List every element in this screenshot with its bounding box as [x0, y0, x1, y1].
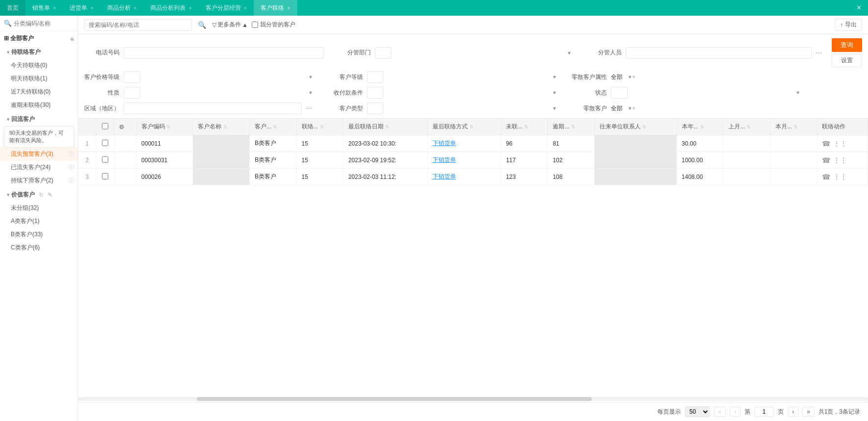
- more-action-icon[interactable]: ⋮⋮: [833, 173, 847, 181]
- sidebar-collapse-icon[interactable]: «: [70, 35, 74, 43]
- region-more-icon[interactable]: ···: [302, 104, 316, 113]
- col-checkbox[interactable]: [96, 119, 114, 135]
- price-level-select[interactable]: [123, 71, 140, 83]
- row-last-month: [723, 135, 771, 152]
- close-all-tabs-button[interactable]: ×: [850, 3, 868, 12]
- tab-product-analysis-list[interactable]: 商品分析列表 ×: [144, 0, 198, 16]
- row-last-contact-way[interactable]: 下销货单: [427, 135, 501, 152]
- scroll-thumb[interactable]: [197, 397, 592, 401]
- more-conditions-button[interactable]: ▽ 更多条件 ▲: [212, 21, 248, 29]
- contact-way-link[interactable]: 下销货单: [433, 140, 456, 147]
- col-last-contact-way[interactable]: 最后联络方式 ⇅: [427, 119, 501, 135]
- row-checkbox[interactable]: [102, 140, 108, 146]
- current-page-input[interactable]: [754, 407, 774, 417]
- col-customer-name[interactable]: 客户名称 ⇅: [193, 119, 250, 135]
- col-this-month[interactable]: 本月... ⇅: [770, 119, 817, 135]
- status-select[interactable]: [611, 87, 627, 99]
- main-search-input[interactable]: [84, 19, 192, 31]
- row-checkbox[interactable]: [102, 173, 108, 179]
- tab-product-analysis-label: 商品分析: [107, 0, 131, 16]
- sidebar-item-class-c[interactable]: C类客户(6): [0, 241, 78, 254]
- tab-home[interactable]: 首页: [0, 0, 25, 16]
- col-customer-code[interactable]: 客户编码 ⇅: [136, 119, 193, 135]
- close-customer-contact-icon[interactable]: ×: [287, 0, 290, 16]
- tab-sales[interactable]: 销售单 ×: [25, 0, 63, 16]
- sidebar-item-today-pending[interactable]: 今天待联络(0): [0, 59, 78, 72]
- row-checkbox-cell[interactable]: [96, 135, 114, 152]
- region-input[interactable]: [123, 102, 302, 114]
- manager-more-icon[interactable]: ···: [812, 49, 826, 57]
- col-uncontacted[interactable]: 未联... ⇅: [501, 119, 548, 135]
- col-unit-contact[interactable]: 往来单位联系人 ⇅: [595, 119, 677, 135]
- sidebar-group-value-title[interactable]: ▾ 价值客户 ↻ ✎: [0, 188, 78, 201]
- tab-purchase[interactable]: 进货单 ×: [63, 0, 100, 16]
- nature-select[interactable]: [123, 87, 140, 99]
- refresh-icon[interactable]: ↻: [39, 192, 44, 198]
- export-button[interactable]: ↑ 导出: [835, 19, 862, 31]
- select-all-checkbox[interactable]: [102, 123, 108, 129]
- sidebar-group-pending-title[interactable]: ▾ 待联络客户: [0, 46, 78, 59]
- settings-button[interactable]: 设置: [832, 54, 862, 67]
- filter-field-retail: 零散客户 全部 ▾: [572, 104, 803, 113]
- contact-action-icon[interactable]: ☎: [822, 140, 830, 148]
- col-customer-type[interactable]: 客户... ⇅: [249, 119, 296, 135]
- row-checkbox-cell[interactable]: [96, 169, 114, 185]
- col-overdue[interactable]: 逾期... ⇅: [548, 119, 595, 135]
- my-customers-checkbox[interactable]: 我分管的客户: [252, 21, 295, 29]
- main-search-button[interactable]: 🔍: [196, 21, 208, 29]
- sidebar-search-input[interactable]: [14, 20, 78, 27]
- edit-icon[interactable]: ✎: [48, 192, 52, 198]
- next-page-button[interactable]: ›: [788, 407, 798, 417]
- manager-input[interactable]: [626, 47, 811, 59]
- tab-sales-label: 销售单: [32, 0, 50, 16]
- col-last-contact-date[interactable]: 最后联络日期 ⇅: [343, 119, 428, 135]
- col-contact[interactable]: 联络... ⇅: [296, 119, 343, 135]
- row-customer-name: [193, 135, 250, 152]
- sidebar-item-overdue-contact[interactable]: 逾期未联络(30): [0, 99, 78, 112]
- contact-way-link[interactable]: 下销货单: [433, 173, 456, 180]
- tab-customer-contact[interactable]: 客户联络 ×: [254, 0, 297, 16]
- contact-action-icon[interactable]: ☎: [822, 173, 830, 181]
- phone-input[interactable]: [123, 47, 324, 59]
- dept-select[interactable]: [375, 47, 391, 59]
- my-customers-check[interactable]: [252, 22, 258, 28]
- tab-customer-tiered[interactable]: 客户分层经营 ×: [199, 0, 254, 16]
- horizontal-scrollbar[interactable]: [78, 396, 868, 402]
- sidebar-group-returning-title[interactable]: ▾ 回流客户: [0, 113, 78, 126]
- sidebar-item-churn-warning[interactable]: 流失预警客户(3) ⓘ: [0, 148, 78, 161]
- sidebar-item-unclassified[interactable]: 未分组(32): [0, 201, 78, 215]
- settings-icon[interactable]: ⚙: [119, 124, 124, 130]
- row-checkbox-cell[interactable]: [96, 152, 114, 169]
- close-product-analysis-list-icon[interactable]: ×: [189, 0, 192, 16]
- col-this-year[interactable]: 本年... ⇅: [676, 119, 723, 135]
- sidebar-item-churned[interactable]: 已流失客户(24) ⓘ: [0, 161, 78, 174]
- payment-select[interactable]: [367, 87, 384, 99]
- more-action-icon[interactable]: ⋮⋮: [833, 140, 847, 148]
- sidebar-item-class-a[interactable]: A类客户(1): [0, 215, 78, 228]
- first-page-button[interactable]: «: [714, 407, 726, 417]
- customer-level-select[interactable]: [367, 71, 384, 83]
- tab-product-analysis[interactable]: 商品分析 ×: [100, 0, 144, 16]
- col-settings[interactable]: ⚙: [114, 119, 136, 135]
- customer-type-select[interactable]: [367, 102, 384, 114]
- last-page-button[interactable]: »: [802, 407, 815, 417]
- prev-page-button[interactable]: ‹: [730, 407, 741, 417]
- contact-action-icon[interactable]: ☎: [822, 156, 830, 164]
- sidebar-item-declining[interactable]: 持续下滑客户(2) ⓘ: [0, 174, 78, 187]
- row-checkbox[interactable]: [102, 156, 108, 163]
- more-action-icon[interactable]: ⋮⋮: [833, 156, 847, 164]
- page-size-select[interactable]: 50 100 200: [685, 406, 710, 417]
- sidebar-all-customers[interactable]: ⊞ 全部客户 «: [0, 31, 78, 46]
- close-customer-tiered-icon[interactable]: ×: [244, 0, 247, 16]
- contact-way-link[interactable]: 下销货单: [433, 156, 456, 163]
- sidebar-item-7days-pending[interactable]: 近7天待联络(0): [0, 85, 78, 99]
- sidebar-item-class-b[interactable]: B类客户(33): [0, 228, 78, 241]
- col-last-month[interactable]: 上月... ⇅: [723, 119, 771, 135]
- close-purchase-icon[interactable]: ×: [90, 0, 93, 16]
- close-sales-icon[interactable]: ×: [53, 0, 56, 16]
- sidebar-item-tomorrow-pending[interactable]: 明天待联络(1): [0, 72, 78, 85]
- query-button[interactable]: 查询: [832, 38, 862, 52]
- close-product-analysis-icon[interactable]: ×: [134, 0, 137, 16]
- row-last-contact-way[interactable]: 下销货单: [427, 152, 501, 169]
- row-last-contact-way[interactable]: 下销货单: [427, 169, 501, 185]
